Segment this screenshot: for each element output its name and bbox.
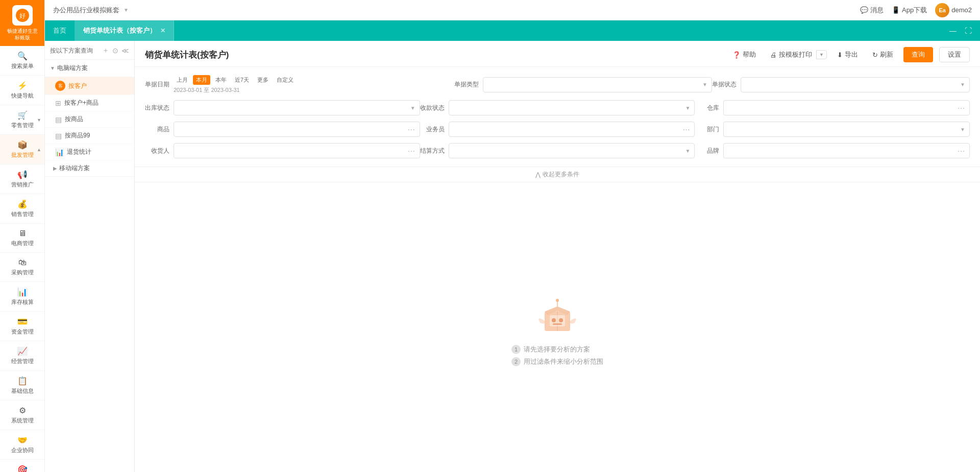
tab-home[interactable]: 首页 — [45, 20, 75, 41]
query-button[interactable]: 查询 — [903, 47, 933, 62]
inventory-icon: 📊 — [17, 287, 28, 297]
date-tab-more[interactable]: 更多 — [254, 75, 272, 85]
scheme-item-by-customer-goods[interactable]: ⊞ 按客户+商品 — [45, 95, 134, 111]
receipt-status-arrow: ▼ — [685, 105, 690, 111]
tab-fullscreen-button[interactable]: ⛶ — [963, 25, 974, 37]
date-tab-last7[interactable]: 近7天 — [232, 75, 252, 85]
date-tab-this-year[interactable]: 本年 — [212, 75, 230, 85]
help-button[interactable]: ❓ 帮助 — [728, 48, 760, 61]
message-button[interactable]: 💬 消息 — [860, 6, 884, 15]
bill-status-control[interactable]: ▼ — [741, 77, 970, 92]
scheme-item-by-goods[interactable]: ▤ 按商品 — [45, 111, 134, 128]
consignee-dots[interactable]: ··· — [408, 147, 415, 155]
date-value: 2023-03-01 至 2023-03-31 — [174, 86, 454, 94]
brand-control[interactable]: ··· — [723, 143, 970, 158]
sidebar-item-sales[interactable]: 💰 销售管理 — [0, 194, 44, 224]
collapse-scheme-button[interactable]: ≪ — [121, 46, 129, 55]
download-icon: 📱 — [892, 6, 900, 14]
sidebar-item-retail[interactable]: 🛒 零售管理 ▼ — [0, 105, 44, 135]
scheme-item-by-customer[interactable]: 客 按客户 — [45, 77, 134, 95]
receipt-status-field: 收款状态 ▼ — [420, 100, 695, 115]
system-icon: ⚙ — [19, 406, 26, 415]
print-button-group: 🖨 按模板打印 ▼ — [766, 48, 827, 61]
receipt-status-control[interactable]: ▼ — [449, 100, 695, 115]
settings-button[interactable]: 设置 — [939, 47, 970, 62]
sidebar-item-enterprise[interactable]: 🤝 企业协同 — [0, 430, 44, 460]
wholesale-icon: 📦 — [17, 140, 28, 150]
consignee-field: 收货人 ··· — [145, 143, 420, 158]
app-download-button[interactable]: 📱 App下载 — [892, 6, 927, 15]
collapse-bar[interactable]: ⋀ 收起更多条件 — [135, 167, 980, 182]
tab-minimize-button[interactable]: — — [947, 25, 959, 37]
bill-type-control[interactable]: ▼ — [483, 77, 712, 92]
filter-row-2: 出库状态 ▼ 收款状态 ▼ 仓库 — [145, 100, 970, 115]
edit-scheme-button[interactable]: ⊙ — [112, 46, 118, 55]
app-name-text: 办公用品行业模拟账套 — [53, 6, 119, 15]
sidebar-item-marketing[interactable]: 📢 营销推广 — [0, 164, 44, 194]
scheme-item-return-stat[interactable]: 📊 退货统计 — [45, 144, 134, 160]
warehouse-control[interactable]: ··· — [723, 100, 970, 115]
bill-type-field: 单据类型 ▼ — [454, 77, 712, 92]
refresh-button[interactable]: ↻ 刷新 — [868, 48, 897, 61]
top-header: 办公用品行业模拟账套 ▼ 💬 消息 📱 App下载 Ea demo2 — [45, 0, 980, 20]
print-button[interactable]: 🖨 按模板打印 — [766, 48, 816, 61]
date-tab-this-month[interactable]: 本月 — [193, 75, 210, 85]
sidebar-item-finance[interactable]: 💳 资金管理 — [0, 312, 44, 341]
out-status-field: 出库状态 ▼ — [145, 100, 420, 115]
payment-control[interactable]: ▼ — [449, 143, 695, 158]
print-icon: 🖨 — [770, 51, 777, 59]
sidebar-item-system[interactable]: ⚙ 系统管理 — [0, 400, 44, 430]
desktop-scheme-section: ▼ 电脑端方案 客 按客户 ⊞ 按客户+商品 ▤ 按商品 — [45, 60, 134, 160]
date-tabs: 上月 本月 本年 近7天 更多 自定义 — [174, 75, 454, 85]
user-area[interactable]: Ea demo2 — [935, 3, 972, 17]
staff-dots[interactable]: ··· — [683, 125, 691, 133]
goods-label: 商品 — [145, 125, 174, 134]
desktop-section-arrow: ▼ — [50, 65, 55, 71]
search-icon: 🔍 — [17, 51, 28, 61]
app-logo: 好 畅捷通好生意 标账版 — [0, 0, 44, 46]
user-avatar: Ea — [935, 3, 949, 17]
tab-close-button[interactable]: ✕ — [160, 27, 165, 34]
sidebar-item-ecommerce[interactable]: 🖥 电商管理 — [0, 224, 44, 253]
sidebar-item-newbie[interactable]: 🎯 新手引导 — [0, 460, 44, 472]
sidebar-item-search[interactable]: 🔍 搜索菜单 — [0, 46, 44, 76]
add-scheme-button[interactable]: ＋ — [102, 46, 109, 55]
tab-sales-stat[interactable]: 销货单统计表（按客户） ✕ — [75, 20, 174, 41]
logo-icon: 好 — [12, 5, 33, 26]
sidebar-item-purchase[interactable]: 🛍 采购管理 — [0, 253, 44, 282]
date-tab-last-month[interactable]: 上月 — [174, 75, 191, 85]
newbie-icon: 🎯 — [17, 465, 28, 472]
scheme-item-by-goods99[interactable]: ▤ 按商品99 — [45, 128, 134, 144]
app-dropdown-arrow[interactable]: ▼ — [124, 7, 129, 13]
hint-item-2: 2 用过滤条件来缩小分析范围 — [511, 357, 603, 366]
warehouse-dots[interactable]: ··· — [958, 104, 965, 112]
dept-control[interactable]: ▼ — [723, 122, 970, 137]
brand-dots[interactable]: ··· — [958, 147, 965, 155]
export-icon: ⬇ — [837, 51, 843, 59]
print-dropdown-arrow[interactable]: ▼ — [816, 50, 827, 59]
goods99-icon: ▤ — [55, 132, 62, 140]
finance-icon: 💳 — [17, 317, 28, 326]
export-button[interactable]: ⬇ 导出 — [833, 48, 862, 61]
goods-dots[interactable]: ··· — [408, 125, 415, 133]
basic-icon: 📋 — [17, 376, 28, 386]
mobile-section-title[interactable]: ▶ 移动端方案 — [45, 160, 134, 177]
sidebar-item-operation[interactable]: 📈 经营管理 — [0, 341, 44, 371]
main-content: 销货单统计表(按客户) ❓ 帮助 🖨 按模板打印 ▼ ⬇ — [135, 41, 980, 472]
sidebar-item-inventory[interactable]: 📊 库存核算 — [0, 282, 44, 312]
wholesale-expand-arrow: ▲ — [37, 147, 41, 152]
sidebar-item-quick-nav[interactable]: ⚡ 快捷导航 — [0, 76, 44, 105]
date-tab-custom[interactable]: 自定义 — [274, 75, 297, 85]
hint-item-1: 1 请先选择要分析的方案 — [511, 345, 603, 354]
goods-icon: ▤ — [55, 115, 62, 124]
consignee-control[interactable]: ··· — [174, 143, 420, 158]
desktop-section-title[interactable]: ▼ 电脑端方案 — [45, 60, 134, 77]
goods-control[interactable]: ··· — [174, 122, 420, 137]
sidebar-item-wholesale[interactable]: 📦 批发管理 ▲ — [0, 135, 44, 164]
sidebar-item-basic[interactable]: 📋 基础信息 — [0, 371, 44, 400]
staff-control[interactable]: ··· — [449, 122, 695, 137]
scheme-panel-actions: ＋ ⊙ ≪ — [102, 46, 129, 55]
out-status-control[interactable]: ▼ — [174, 100, 420, 115]
out-status-label: 出库状态 — [145, 104, 174, 112]
sales-icon: 💰 — [17, 199, 28, 209]
